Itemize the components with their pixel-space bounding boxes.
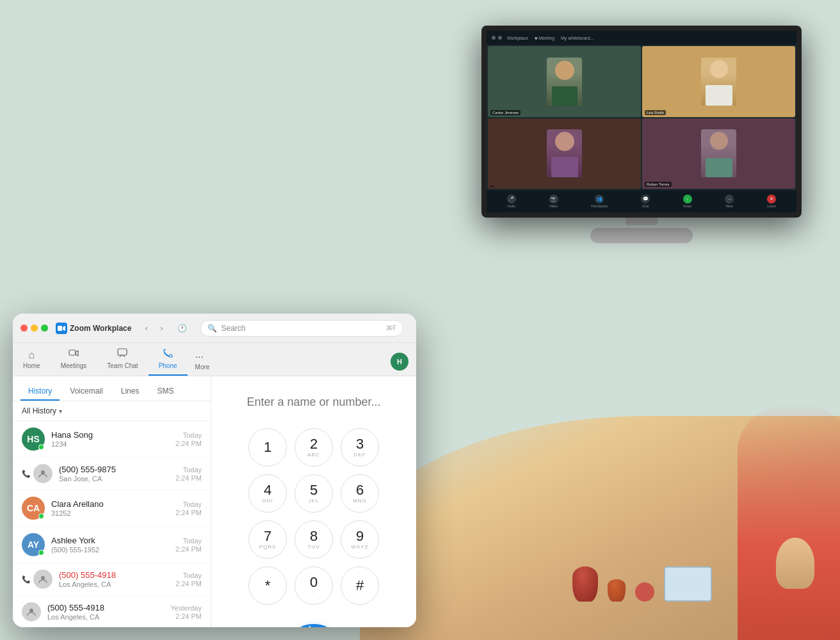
dialpad-key-5[interactable]: 5 JKL: [295, 474, 333, 513]
call-time-area: Today 2:24 PM: [175, 500, 202, 516]
tv-toolbar: Workplace ■ Meeting My whiteboard...: [487, 31, 796, 45]
call-item[interactable]: 📞 (500) 555-4918 Los Angeles, CA Today 2…: [13, 563, 211, 596]
call-item[interactable]: 📞 (500) 555-9875 San Jose, CA Today 2:24…: [13, 458, 211, 490]
nav-item-home[interactable]: ⌂ Home: [13, 346, 51, 376]
svg-rect-0: [58, 326, 62, 331]
call-date: Today: [175, 572, 202, 579]
phone-tabs: History Voicemail Lines SMS: [13, 376, 211, 401]
key-alpha: TUV: [308, 544, 320, 550]
dialpad-key-1[interactable]: 1: [248, 428, 287, 467]
key-number: 0: [310, 575, 318, 589]
call-date: Today: [175, 537, 202, 545]
app-content: History Voicemail Lines SMS All History …: [13, 376, 416, 627]
participant-tile-2: Lea Smith: [642, 46, 795, 117]
dialpad-key-star[interactable]: *: [248, 566, 287, 605]
call-name: Hana Song: [51, 430, 169, 440]
call-sub: Los Angeles, CA: [59, 580, 169, 588]
dialpad-key-3[interactable]: 3 DEF: [341, 428, 379, 467]
dialpad-key-7[interactable]: 7 PQRS: [248, 520, 287, 559]
online-indicator: [38, 444, 44, 450]
search-bar[interactable]: 🔍 Search ⌘F: [200, 320, 403, 337]
participant-name-1: Carlos Jiménez: [490, 110, 521, 115]
tab-history[interactable]: History: [20, 383, 60, 401]
user-avatar-area[interactable]: H: [383, 348, 416, 376]
dialpad-input[interactable]: [224, 396, 403, 409]
call-item[interactable]: AY Ashlee York (500) 555-1952 Today 2:24…: [13, 527, 211, 563]
call-name: (500) 555-4918: [47, 603, 164, 612]
dialpad-key-8[interactable]: 8 TUV: [295, 520, 333, 559]
call-info: Ashlee York (500) 555-1952: [51, 536, 169, 554]
call-type-icon-area: 📞: [22, 464, 52, 483]
history-filter[interactable]: All History ▾: [13, 401, 211, 421]
key-alpha: GHI: [262, 498, 273, 504]
person-silhouette: [712, 397, 840, 640]
nav-item-team-chat[interactable]: Team Chat: [97, 344, 148, 376]
call-time: 2:24 PM: [175, 509, 202, 516]
avatar: AY: [22, 533, 45, 556]
call-time: 2:24 PM: [175, 474, 202, 482]
call-item[interactable]: (500) 555-4918 Los Angeles, CA Yesterday…: [13, 596, 211, 627]
call-button[interactable]: [296, 624, 331, 627]
vase-large: [572, 566, 598, 602]
tv-ctrl-chat: 💬 Chat: [641, 195, 650, 208]
call-date: Today: [175, 466, 202, 474]
history-button[interactable]: 🕐: [174, 320, 190, 337]
minimize-button[interactable]: [31, 324, 38, 332]
zoom-logo-icon: [56, 323, 67, 334]
nav-item-phone[interactable]: Phone: [149, 344, 188, 376]
call-item[interactable]: HS Hana Song 1234 Today 2:24 PM: [13, 421, 211, 458]
vase-small: [608, 579, 626, 602]
key-number: 6: [356, 483, 364, 497]
call-time-area: Today 2:24 PM: [175, 572, 202, 588]
nav-forward-button[interactable]: ›: [154, 321, 168, 335]
home-icon: ⌂: [29, 349, 35, 361]
call-sub: San Jose, CA: [59, 475, 169, 483]
tv-speaker-bar: [590, 228, 693, 243]
key-alpha: PQRS: [259, 544, 277, 550]
search-shortcut: ⌘F: [386, 324, 396, 332]
nav-more-button[interactable]: ··· More: [188, 346, 218, 376]
close-button[interactable]: [20, 324, 28, 332]
key-alpha: DEF: [354, 452, 366, 458]
phone-call-icon: 📞: [22, 575, 31, 584]
nav-team-chat-label: Team Chat: [107, 362, 138, 369]
dialpad-key-6[interactable]: 6 MNO: [341, 474, 379, 513]
participant-name-4: Robyn Torres: [645, 182, 672, 187]
traffic-lights: [20, 324, 48, 332]
key-number: #: [356, 579, 364, 593]
call-sub: (500) 555-1952: [51, 546, 169, 554]
tv-ctrl-leave: ✕ Leave: [767, 195, 776, 208]
dialpad-key-4[interactable]: 4 GHI: [248, 474, 287, 513]
nav-item-meetings[interactable]: Meetings: [51, 344, 97, 376]
online-indicator: [38, 513, 44, 519]
nav-back-button[interactable]: ‹: [139, 321, 153, 335]
tab-lines[interactable]: Lines: [113, 383, 147, 401]
call-item[interactable]: CA Clara Arellano 31252 Today 2:24 PM: [13, 490, 211, 527]
key-alpha: WXYZ: [351, 544, 368, 550]
call-info: (500) 555-9875 San Jose, CA: [59, 465, 169, 483]
svg-point-4: [41, 576, 45, 580]
maximize-button[interactable]: [41, 324, 48, 332]
tab-sms[interactable]: SMS: [149, 383, 181, 401]
dialpad-key-0[interactable]: 0 ·: [295, 566, 333, 605]
zoom-meeting-content: Workplace ■ Meeting My whiteboard... Car…: [487, 31, 796, 212]
key-alpha: JKL: [309, 498, 319, 504]
filter-arrow-icon: ▾: [59, 408, 62, 415]
tv-tab-workplace: Workplace: [507, 36, 528, 40]
dialpad-key-2[interactable]: 2 ABC: [295, 428, 333, 467]
dialpad-key-hash[interactable]: #: [341, 566, 379, 605]
key-number: 8: [310, 529, 318, 543]
tab-voicemail[interactable]: Voicemail: [62, 383, 110, 401]
app-nav: ⌂ Home Meetings Team Chat: [13, 343, 416, 376]
participant-tile-3: [488, 118, 641, 189]
meetings-icon: [69, 348, 79, 361]
phone-panel: History Voicemail Lines SMS All History …: [13, 376, 211, 627]
tv-ctrl-participants: 👥 Participants: [591, 195, 608, 208]
participant-name-2: Lea Smith: [645, 110, 666, 115]
dialpad-key-9[interactable]: 9 WXYZ: [341, 520, 379, 559]
svg-rect-1: [69, 350, 76, 355]
user-avatar: H: [391, 353, 408, 371]
online-indicator: [38, 550, 44, 556]
tv-ctrl-share: ↑ Share: [683, 195, 692, 208]
call-time: 2:24 PM: [170, 612, 202, 620]
